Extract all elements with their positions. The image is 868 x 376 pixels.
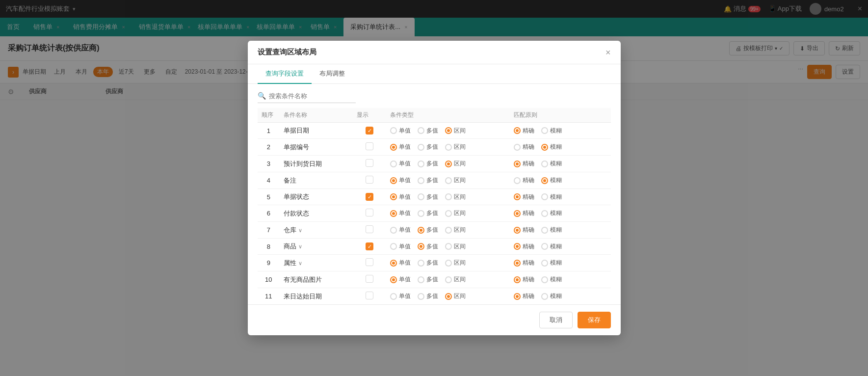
row-7-rule-模糊[interactable]: 模糊: [541, 242, 562, 251]
row-3-rule-模糊[interactable]: 模糊: [541, 176, 562, 185]
row-2-type-区间[interactable]: 区间: [445, 160, 466, 168]
row-5-type-多值[interactable]: 多值: [418, 209, 438, 217]
row-6-type-区间[interactable]: 区间: [445, 226, 466, 234]
row-3-type-单值[interactable]: 单值: [390, 176, 411, 185]
row-1-type-区间[interactable]: 区间: [445, 143, 466, 151]
search-input[interactable]: [269, 92, 356, 100]
row-0-rule-精确[interactable]: 精确: [514, 127, 534, 135]
row-4-type-区间-label: 区间: [454, 193, 466, 201]
row-9-rule-精确[interactable]: 精确: [514, 275, 534, 284]
modal-tab-layout[interactable]: 布局调整: [312, 64, 353, 84]
row-10-type-区间[interactable]: 区间: [445, 292, 466, 300]
row-3-rule-精确[interactable]: 精确: [514, 176, 534, 185]
row-2-rule-精确[interactable]: 精确: [514, 160, 534, 168]
row-9-type-单值[interactable]: 单值: [390, 275, 411, 284]
row-8-display[interactable]: [353, 255, 387, 271]
row-0-display[interactable]: [353, 123, 387, 139]
row-1-rule-精确[interactable]: 精确: [514, 143, 534, 151]
row-6-display[interactable]: [353, 222, 387, 239]
row-9-type-区间-radio: [445, 276, 452, 283]
col-header-name: 条件名称: [280, 108, 353, 123]
row-6-type-区间-label: 区间: [454, 226, 466, 234]
row-3-type-多值[interactable]: 多值: [418, 176, 438, 185]
row-3-type-多值-radio: [418, 177, 424, 184]
row-10-type: 单值多值区间: [386, 288, 509, 305]
row-4-type-多值[interactable]: 多值: [418, 193, 438, 201]
cancel-button[interactable]: 取消: [539, 312, 573, 328]
row-4-type-单值-radio: [390, 193, 397, 200]
row-5-rule-精确[interactable]: 精确: [514, 209, 534, 217]
row-5-display[interactable]: [353, 205, 387, 222]
row-5-type-区间[interactable]: 区间: [445, 209, 466, 217]
row-4-display[interactable]: [353, 189, 387, 205]
row-0-type-区间[interactable]: 区间: [445, 127, 466, 135]
modal-tab-query[interactable]: 查询字段设置: [258, 64, 312, 84]
row-10-type-单值[interactable]: 单值: [390, 292, 411, 300]
row-9-type-多值-label: 多值: [426, 275, 438, 284]
row-9-rule-模糊[interactable]: 模糊: [541, 275, 562, 284]
row-8-type-单值-radio: [390, 260, 397, 267]
row-2-rule-精确-radio: [514, 161, 521, 167]
row-6-checkbox[interactable]: [366, 225, 373, 233]
row-9-checkbox[interactable]: [366, 275, 373, 283]
row-9-display[interactable]: [353, 271, 387, 288]
row-3-display[interactable]: [353, 172, 387, 189]
row-7-display[interactable]: [353, 239, 387, 255]
row-0-type-单值[interactable]: 单值: [390, 127, 411, 135]
row-2-type-单值[interactable]: 单值: [390, 160, 411, 168]
row-10-display[interactable]: [353, 288, 387, 305]
row-8-type-区间[interactable]: 区间: [445, 259, 466, 267]
row-1-type-多值[interactable]: 多值: [418, 143, 438, 151]
row-0-type-多值[interactable]: 多值: [418, 127, 438, 135]
row-6-rule-精确[interactable]: 精确: [514, 226, 534, 234]
row-2-rule-模糊[interactable]: 模糊: [541, 160, 562, 168]
table-row: 10有无商品图片单值多值区间精确模糊: [258, 271, 611, 288]
settings-table: 顺序 条件名称 显示 条件类型 匹配原则 1单据日期单值多值区间精确模糊2单据编…: [258, 108, 611, 304]
row-10-type-多值[interactable]: 多值: [418, 292, 438, 300]
row-7-checkbox[interactable]: [366, 242, 373, 250]
row-8-type-多值[interactable]: 多值: [418, 259, 438, 267]
row-10-checkbox[interactable]: [366, 292, 373, 299]
row-0-checkbox[interactable]: [366, 127, 373, 134]
row-5-checkbox[interactable]: [366, 209, 373, 216]
row-5-type-单值[interactable]: 单值: [390, 209, 411, 217]
row-1-type-单值[interactable]: 单值: [390, 143, 411, 151]
row-1-checkbox[interactable]: [366, 142, 373, 150]
row-1-rule-模糊[interactable]: 模糊: [541, 143, 562, 151]
row-9-rule-精确-label: 精确: [523, 275, 534, 284]
row-3-type-区间[interactable]: 区间: [445, 176, 466, 185]
row-3-checkbox[interactable]: [366, 176, 373, 184]
row-6-type-单值[interactable]: 单值: [390, 226, 411, 234]
row-7-type-单值[interactable]: 单值: [390, 242, 411, 251]
row-6-type-多值[interactable]: 多值: [418, 226, 438, 234]
row-7-rule-精确-label: 精确: [523, 242, 534, 251]
row-7-type-区间[interactable]: 区间: [445, 242, 466, 251]
row-8-rule-精确[interactable]: 精确: [514, 259, 534, 267]
row-9-type: 单值多值区间: [386, 271, 509, 288]
row-6-rule-模糊[interactable]: 模糊: [541, 226, 562, 234]
row-10-rule-精确[interactable]: 精确: [514, 292, 534, 300]
row-7-rule-精确[interactable]: 精确: [514, 242, 534, 251]
row-0-rule-模糊[interactable]: 模糊: [541, 127, 562, 135]
row-8-type-单值[interactable]: 单值: [390, 259, 411, 267]
row-2-checkbox[interactable]: [366, 159, 373, 167]
row-4-type-区间[interactable]: 区间: [445, 193, 466, 201]
row-10-rule-模糊[interactable]: 模糊: [541, 292, 562, 300]
row-9-type-区间[interactable]: 区间: [445, 275, 466, 284]
row-4-checkbox[interactable]: [366, 193, 373, 201]
row-5-rule-模糊[interactable]: 模糊: [541, 209, 562, 217]
row-1-display[interactable]: [353, 139, 387, 156]
row-1-rule-模糊-label: 模糊: [550, 143, 562, 151]
row-4-rule-精确[interactable]: 精确: [514, 193, 534, 201]
row-2-type-多值[interactable]: 多值: [418, 160, 438, 168]
save-button[interactable]: 保存: [578, 312, 611, 328]
row-7-type-多值[interactable]: 多值: [418, 242, 438, 251]
row-2-display[interactable]: [353, 156, 387, 172]
row-8-checkbox[interactable]: [366, 258, 373, 266]
modal-close-button[interactable]: ×: [605, 48, 611, 57]
row-4-type-单值[interactable]: 单值: [390, 193, 411, 201]
row-8-rule-模糊[interactable]: 模糊: [541, 259, 562, 267]
row-9-type-多值[interactable]: 多值: [418, 275, 438, 284]
row-4-rule-模糊[interactable]: 模糊: [541, 193, 562, 201]
table-row: 1单据日期单值多值区间精确模糊: [258, 123, 611, 139]
